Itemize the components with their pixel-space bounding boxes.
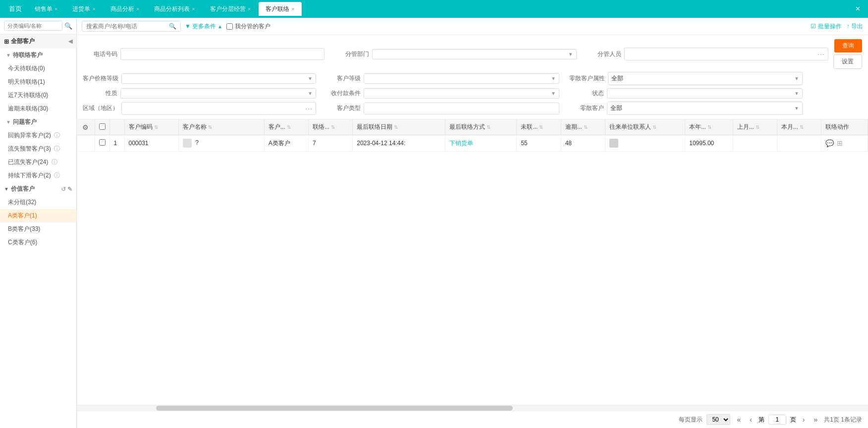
th-this-month[interactable]: 本月...⇅ [777, 119, 821, 135]
th-customer-type[interactable]: 客户...⇅ [264, 119, 308, 135]
refresh-icon[interactable]: ↺ [61, 186, 66, 193]
close-goods-analysis-list-tab[interactable]: × [192, 6, 195, 12]
sidebar-item-7days-contact[interactable]: 近7天待联络(0) [0, 89, 76, 102]
close-customer-contact-tab[interactable]: × [291, 6, 294, 12]
sidebar: 🔍 ⊞ 全部客户 ◀ ▼ 待联络客户 今天待联络(0) 明天待联络(1) 近7天… [0, 18, 77, 428]
filter-manager-select[interactable]: ··· [624, 48, 828, 60]
more-filters-btn[interactable]: ▼ 更多条件 ▲ [185, 22, 222, 31]
filter-status-select[interactable]: ▼ [607, 88, 803, 99]
pending-contact-group[interactable]: ▼ 待联络客户 [0, 49, 76, 62]
filter-phone-input[interactable] [120, 48, 325, 60]
query-button[interactable]: 查询 [834, 39, 862, 53]
filter-retail-attr: 零散客户属性 全部 ▼ [569, 72, 803, 85]
sidebar-item-lost[interactable]: 已流失客户(24) ⓘ [0, 156, 76, 169]
main-search-icon[interactable]: 🔍 [169, 23, 176, 30]
filter-dept-select[interactable]: ▼ [372, 49, 576, 59]
my-customers-checkbox[interactable] [226, 23, 233, 30]
row-checkbox[interactable] [99, 139, 106, 146]
filter-region-select[interactable]: ··· [121, 102, 316, 115]
sidebar-item-overdue-contact[interactable]: 逾期未联络(30) [0, 102, 76, 115]
sort-customer-name-icon: ⇅ [208, 124, 212, 130]
close-goods-analysis-tab[interactable]: × [136, 6, 139, 12]
filter-price-select[interactable]: ▼ [121, 73, 316, 84]
problem-customers-group[interactable]: ▼ 问题客户 [0, 115, 76, 129]
nav-goods-analysis-list-tab[interactable]: 商品分析列表 × [147, 2, 202, 16]
sidebar-item-tomorrow-contact[interactable]: 明天待联络(1) [0, 75, 76, 89]
filter-customer-type: 客户类型 [326, 103, 559, 114]
sidebar-search-icon[interactable]: 🔍 [64, 22, 72, 30]
nav-purchase-tab[interactable]: 进货单 × [65, 2, 102, 16]
select-all-checkbox[interactable] [99, 123, 106, 130]
th-last-contact-method[interactable]: 最后联络方式⇅ [445, 119, 517, 135]
last-contact-method-link[interactable]: 下销货单 [449, 140, 473, 147]
batch-op-icon: ☑ [811, 23, 816, 30]
filter-dept-label: 分管部门 [334, 50, 369, 58]
nav-customer-contact-tab[interactable]: 客户联络 × [259, 2, 301, 16]
nav-goods-analysis-tab[interactable]: 商品分析 × [104, 2, 146, 16]
sidebar-item-lost-warning[interactable]: 流失预警客户(3) ⓘ [0, 142, 76, 156]
sidebar-item-declining[interactable]: 持续下滑客户(2) ⓘ [0, 169, 76, 182]
filter-nature-select[interactable]: ▼ [120, 88, 316, 99]
first-page-btn[interactable]: « [734, 415, 743, 425]
th-no-contact[interactable]: 未联...⇅ [517, 119, 561, 135]
th-contact[interactable]: 联络...⇅ [308, 119, 352, 135]
th-overdue[interactable]: 逾期...⇅ [561, 119, 605, 135]
sidebar-item-repurchase-abnormal[interactable]: 回购异常客户(2) ⓘ [0, 129, 76, 142]
sidebar-item-a-class[interactable]: A类客户(1) [0, 209, 76, 222]
filter-panel: 电话号码 分管部门 ▼ 分管人员 ··· [77, 35, 868, 119]
main-search-input[interactable] [86, 23, 167, 30]
th-last-contact-date[interactable]: 最后联络日期⇅ [353, 119, 445, 135]
close-customer-segment-tab[interactable]: × [248, 6, 251, 12]
nav-sales-tab[interactable]: 销售单 × [28, 2, 64, 16]
payment-arrow-icon: ▼ [551, 91, 556, 96]
sidebar-item-b-class[interactable]: B类客户(33) [0, 222, 76, 236]
sidebar-search-input[interactable] [4, 21, 62, 31]
td-action: 💬 ⊞ [821, 135, 868, 152]
close-all-tabs[interactable]: × [852, 4, 864, 13]
page-input[interactable] [768, 415, 786, 425]
collapse-sidebar-icon[interactable]: ◀ [68, 38, 72, 45]
qr-icon[interactable]: ⊞ [837, 139, 843, 147]
page-size-select[interactable]: 50 [706, 414, 730, 425]
filter-row-2: 客户价格等级 ▼ 客户等级 ▼ 零散客户属性 全部 [83, 72, 862, 85]
total-label: 共1页 1条记录 [824, 416, 862, 424]
filter-customer-type-input[interactable] [364, 103, 559, 114]
all-customers-header[interactable]: ⊞ 全部客户 ◀ [0, 34, 76, 49]
value-customers-group[interactable]: ▼ 价值客户 ↺ ✎ [0, 182, 76, 196]
close-sales-tab[interactable]: × [54, 6, 57, 12]
th-unit-contact[interactable]: 往来单位联系人⇅ [605, 119, 685, 135]
sidebar-item-today-contact[interactable]: 今天待联络(0) [0, 62, 76, 75]
sort-last-contact-method-icon: ⇅ [487, 124, 490, 130]
settings-button[interactable]: 设置 [833, 54, 862, 69]
scrollbar-thumb[interactable] [156, 406, 513, 411]
main-search-wrap: 🔍 [82, 21, 181, 32]
td-unit-contact [605, 135, 685, 152]
table-settings-icon[interactable]: ⚙ [82, 123, 89, 131]
th-customer-code[interactable]: 客户编码⇅ [124, 119, 178, 135]
close-purchase-tab[interactable]: × [92, 6, 95, 12]
more-filters-label: 更多条件 [192, 22, 216, 31]
batch-op-btn[interactable]: ☑ 批量操作 [811, 22, 841, 31]
th-last-month[interactable]: 上月...⇅ [733, 119, 777, 135]
last-page-btn[interactable]: » [812, 415, 820, 425]
prev-page-btn[interactable]: ‹ [747, 415, 755, 425]
sort-last-month-icon: ⇅ [756, 124, 760, 130]
my-customers-filter[interactable]: 我分管的客户 [226, 22, 271, 31]
sort-overdue-icon: ⇅ [584, 124, 588, 130]
nav-customer-segment-tab[interactable]: 客户分层经营 × [203, 2, 258, 16]
th-customer-name[interactable]: 客户名称⇅ [178, 119, 264, 135]
filter-customer-level-select[interactable]: ▼ [364, 73, 559, 84]
filter-retail-attr-select[interactable]: 全部 ▼ [608, 72, 803, 85]
sidebar-item-c-class[interactable]: C类客户(6) [0, 236, 76, 249]
th-this-year[interactable]: 本年...⇅ [685, 119, 733, 135]
page-label: 第 [759, 416, 764, 424]
horizontal-scrollbar[interactable] [77, 405, 868, 411]
next-page-btn[interactable]: › [800, 415, 808, 425]
filter-payment-select[interactable]: ▼ [364, 88, 559, 99]
nav-home-tab[interactable]: 首页 [4, 2, 27, 15]
edit-icon[interactable]: ✎ [67, 186, 72, 193]
export-btn[interactable]: ↑ 导出 [847, 22, 863, 31]
comment-icon[interactable]: 💬 [825, 139, 834, 147]
filter-retail-select[interactable]: 全部 ▼ [607, 102, 803, 115]
sidebar-item-ungrouped[interactable]: 未分组(32) [0, 196, 76, 209]
